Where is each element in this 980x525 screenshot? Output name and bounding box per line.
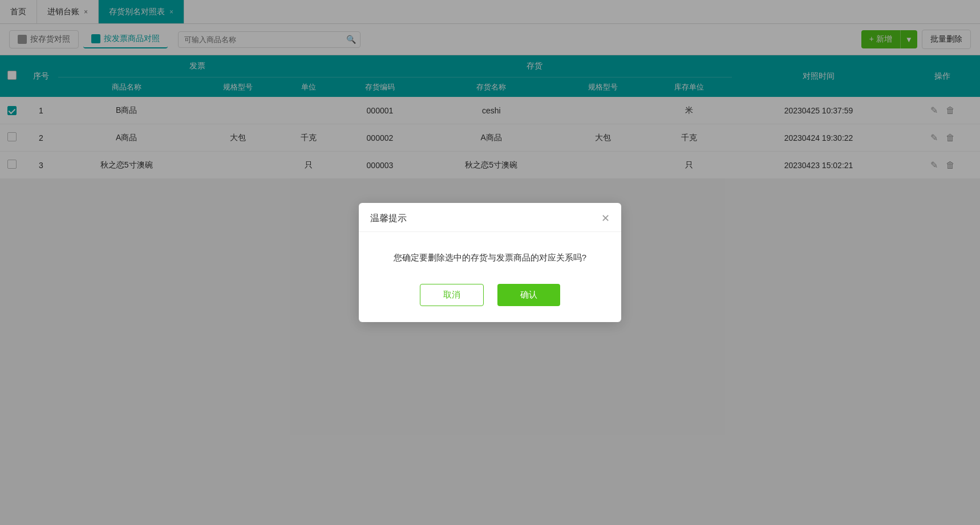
dialog-header: 温馨提示 ✕ (359, 203, 621, 232)
dialog-close-icon[interactable]: ✕ (601, 212, 610, 225)
btn-confirm-label: 确认 (520, 290, 537, 299)
dialog-footer: 取消 确认 (359, 279, 621, 322)
btn-confirm[interactable]: 确认 (497, 284, 560, 306)
modal-overlay: 温馨提示 ✕ 您确定要删除选中的存货与发票商品的对应关系吗? 取消 确认 (0, 0, 980, 525)
confirm-dialog: 温馨提示 ✕ 您确定要删除选中的存货与发票商品的对应关系吗? 取消 确认 (359, 203, 621, 322)
btn-cancel-label: 取消 (443, 290, 460, 299)
btn-cancel[interactable]: 取消 (420, 284, 484, 306)
dialog-message: 您确定要删除选中的存货与发票商品的对应关系吗? (394, 253, 586, 262)
dialog-body: 您确定要删除选中的存货与发票商品的对应关系吗? (359, 232, 621, 279)
dialog-title: 温馨提示 (370, 213, 407, 225)
